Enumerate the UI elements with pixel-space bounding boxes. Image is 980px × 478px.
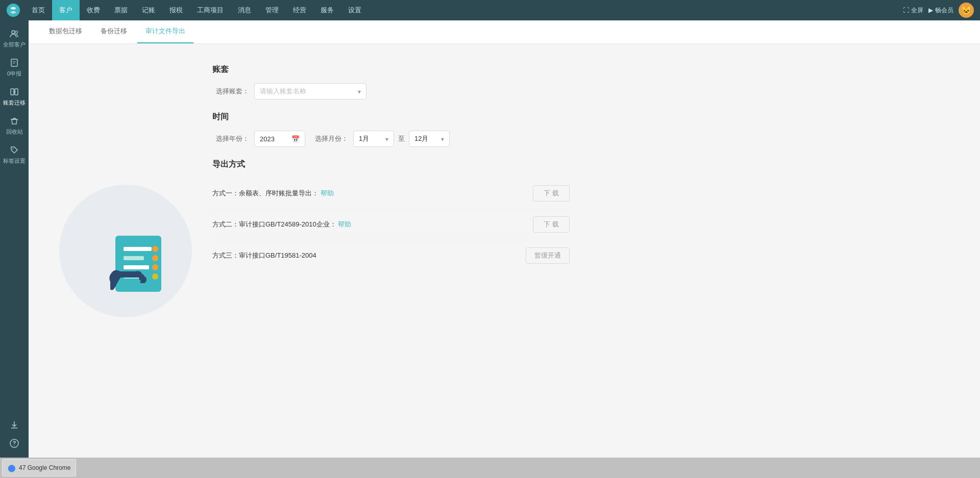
- month-label: 选择月份：: [311, 134, 348, 143]
- help-icon: [9, 438, 19, 448]
- top-nav-right: ⛶ 全屏 ▶ 畅会员 🐱: [903, 3, 974, 18]
- month-end-chevron-icon: [441, 135, 444, 143]
- method-1-help-link[interactable]: 帮助: [321, 189, 334, 197]
- to-text: 至: [398, 134, 405, 143]
- sidebar-bottom: [6, 417, 22, 458]
- svg-point-2: [15, 31, 18, 34]
- svg-rect-9: [115, 236, 161, 292]
- sidebar-item-migrate-label: 账套迁移: [3, 99, 26, 107]
- svg-point-1: [12, 31, 15, 34]
- month-end-select[interactable]: 12月: [409, 131, 450, 147]
- svg-rect-12: [124, 265, 149, 269]
- tag-icon: [9, 145, 19, 155]
- svg-point-15: [152, 255, 158, 261]
- sidebar-download-button[interactable]: [6, 417, 22, 433]
- year-input[interactable]: 2023 📅: [254, 131, 305, 147]
- sidebar-item-trash[interactable]: 回收站: [1, 112, 28, 140]
- fullscreen-icon: ⛶: [903, 7, 909, 14]
- nav-item-operations[interactable]: 经营: [286, 0, 313, 20]
- svg-point-0: [7, 4, 20, 17]
- sidebar-item-zero-report-label: 0申报: [7, 70, 21, 78]
- tab-backup-migration[interactable]: 备份迁移: [92, 20, 135, 43]
- svg-rect-11: [124, 256, 144, 260]
- method-2-label: 方式二：审计接口GB/T24589-2010企业：: [212, 220, 336, 228]
- sidebar-item-tag-settings-label: 标签设置: [3, 157, 26, 165]
- sidebar-item-trash-label: 回收站: [6, 128, 23, 136]
- nav-item-messages[interactable]: 消息: [231, 0, 258, 20]
- avatar[interactable]: 🐱: [959, 3, 974, 18]
- svg-point-6: [13, 148, 14, 149]
- main-layout: 全部客户 0申报 账套迁移 回收站: [0, 20, 980, 458]
- nav-item-home[interactable]: 首页: [24, 0, 52, 20]
- method-3-open-button[interactable]: 暂缓开通: [526, 247, 570, 264]
- sidebar-item-zero-report[interactable]: 0申报: [1, 54, 28, 82]
- svg-point-14: [152, 246, 158, 252]
- account-section-title: 账套: [212, 64, 570, 75]
- nav-item-fees[interactable]: 收费: [80, 0, 107, 20]
- method-2-help-link[interactable]: 帮助: [338, 220, 351, 228]
- tab-data-migration[interactable]: 数据包迁移: [41, 20, 90, 43]
- svg-rect-10: [124, 247, 152, 251]
- sidebar-item-all-customers-label: 全部客户: [3, 41, 26, 48]
- top-nav: 首页 客户 收费 票据 记账 报税 工商项目 消息 管理 经营 服务 设置 ⛶ …: [0, 0, 980, 20]
- tabs-bar: 数据包迁移 备份迁移 审计文件导出: [29, 20, 980, 44]
- taskbar-item-label: 47 Google Chrome: [19, 464, 70, 471]
- account-form-row: 选择账套： 请输入账套名称: [212, 83, 570, 99]
- vip-icon: ▶: [928, 7, 933, 14]
- account-placeholder: 请输入账套名称: [260, 87, 306, 96]
- nav-item-invoices[interactable]: 票据: [107, 0, 135, 20]
- month-start-select[interactable]: 1月: [353, 131, 394, 147]
- sidebar-item-migrate[interactable]: 账套迁移: [1, 83, 28, 111]
- nav-item-bookkeeping[interactable]: 记账: [135, 0, 162, 20]
- method-2-download-button[interactable]: 下 载: [533, 216, 570, 233]
- top-nav-items: 首页 客户 收费 票据 记账 报税 工商项目 消息 管理 经营 服务 设置: [24, 0, 903, 20]
- page-body: 账套 选择账套： 请输入账套名称 时间 选择年份：: [29, 44, 980, 458]
- time-form-row: 选择年份： 2023 📅 选择月份： 1月 至 12月: [212, 131, 570, 147]
- calendar-icon: 📅: [291, 135, 300, 143]
- export-method-2: 方式二：审计接口GB/T24589-2010企业： 帮助 下 载: [212, 209, 570, 240]
- method-2-text: 方式二：审计接口GB/T24589-2010企业： 帮助: [212, 220, 351, 229]
- chevron-down-icon: [358, 88, 361, 95]
- chrome-icon: ⬤: [8, 464, 16, 472]
- svg-point-8: [14, 445, 15, 446]
- method-1-download-button[interactable]: 下 载: [533, 185, 570, 202]
- method-3-label: 方式三：审计接口GB/T19581-2004: [212, 251, 316, 259]
- nav-item-services[interactable]: 服务: [313, 0, 341, 20]
- illustration-side: [59, 64, 192, 437]
- month-start-chevron-icon: [385, 135, 388, 143]
- trash-icon: [9, 116, 19, 126]
- nav-item-business[interactable]: 工商项目: [190, 0, 231, 20]
- method-3-text: 方式三：审计接口GB/T19581-2004: [212, 251, 316, 260]
- nav-item-tax[interactable]: 报税: [162, 0, 190, 20]
- nav-item-customers[interactable]: 客户: [52, 0, 80, 20]
- year-label: 选择年份：: [212, 134, 249, 143]
- audit-illustration: [80, 200, 172, 302]
- method-1-label: 方式一：余额表、序时账批量导出：: [212, 189, 318, 197]
- content-area: 数据包迁移 备份迁移 审计文件导出: [29, 20, 980, 458]
- sidebar-item-all-customers[interactable]: 全部客户: [1, 24, 28, 53]
- account-select[interactable]: 请输入账套名称: [254, 83, 366, 99]
- tab-audit-export[interactable]: 审计文件导出: [137, 20, 193, 43]
- month-end-value: 12月: [414, 134, 428, 143]
- download-icon: [9, 420, 19, 430]
- sidebar-help-button[interactable]: [6, 435, 22, 451]
- svg-point-17: [152, 273, 158, 280]
- export-section-title: 导出方式: [212, 159, 570, 170]
- sidebar: 全部客户 0申报 账套迁移 回收站: [0, 20, 29, 458]
- nav-item-management[interactable]: 管理: [258, 0, 286, 20]
- year-value: 2023: [260, 135, 275, 143]
- logo[interactable]: [4, 1, 22, 19]
- account-section: 账套 选择账套： 请输入账套名称: [212, 64, 570, 99]
- vip-label: 畅会员: [935, 6, 953, 15]
- month-start-value: 1月: [359, 134, 369, 143]
- time-section: 时间 选择年份： 2023 📅 选择月份： 1月 至: [212, 112, 570, 147]
- account-label: 选择账套：: [212, 87, 249, 96]
- fullscreen-label: 全屏: [911, 6, 923, 15]
- nav-item-settings[interactable]: 设置: [341, 0, 369, 20]
- illustration-circle: [59, 185, 192, 317]
- fullscreen-button[interactable]: ⛶ 全屏: [903, 6, 923, 15]
- method-1-text: 方式一：余额表、序时账批量导出： 帮助: [212, 189, 334, 198]
- vip-button[interactable]: ▶ 畅会员: [928, 6, 953, 15]
- sidebar-item-tag-settings[interactable]: 标签设置: [1, 141, 28, 169]
- taskbar-chrome-item[interactable]: ⬤ 47 Google Chrome: [2, 459, 76, 476]
